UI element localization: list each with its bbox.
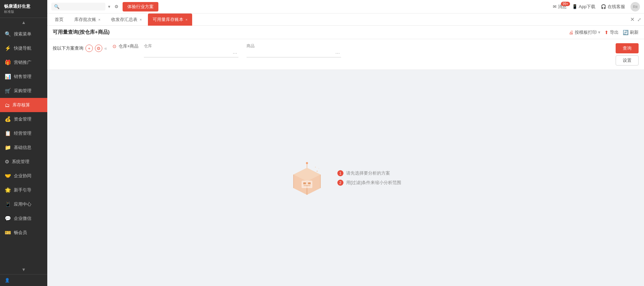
sidebar-item-label-purchase: 采购管理 [14, 88, 31, 94]
print-template-btn[interactable]: 🖨 按模板打印 ▾ [569, 29, 600, 35]
main-wrapper: 🔍 ▾ ⚙ 体验行业方案 ✉ 消息 99+ 📱 App下载 🎧 在线客服 Rit [47, 0, 644, 286]
settings-button[interactable]: 设置 [616, 55, 639, 66]
sidebar-item-basic[interactable]: 📁 基础信息 [0, 140, 47, 155]
warehouse-input-wrapper: ··· [144, 50, 238, 57]
empty-tips: 1 请先选择要分析的方案 2 用[过滤]条件来缩小分析范围 [337, 170, 401, 186]
scroll-up-button[interactable]: ▲ [0, 18, 47, 27]
tab-available-ledger-close[interactable]: × [185, 18, 187, 22]
sidebar-user-icon: 👤 [5, 278, 10, 283]
message-badge: 99+ [561, 2, 570, 6]
sidebar-item-system[interactable]: ⚙ 系统管理 [0, 155, 47, 169]
goods-dots-icon[interactable]: ··· [335, 50, 340, 56]
operations-icon: 📋 [5, 130, 11, 136]
sidebar-item-finance[interactable]: 💰 资金管理 [0, 112, 47, 126]
sidebar-logo: 畅康通好生意 标准版 [0, 0, 47, 18]
tab-inventory-summary[interactable]: 收发存汇总表 × [106, 14, 146, 26]
sales-icon: 📊 [5, 74, 11, 80]
topbar-gear-icon[interactable]: ⚙ [113, 3, 120, 10]
topbar-search-input[interactable] [61, 4, 103, 9]
sidebar-item-label-member: 畅会员 [14, 230, 27, 236]
tab-batch-ledger-label: 库存批次账 [74, 17, 96, 23]
filter-gear-icon[interactable]: ⚙ [95, 45, 102, 52]
sidebar-item-wechat[interactable]: 💬 企业微信 [0, 211, 47, 226]
query-button[interactable]: 查询 [616, 43, 639, 53]
svg-point-11 [316, 171, 318, 172]
sidebar-item-label-search: 搜索菜单 [14, 31, 31, 37]
user-avatar[interactable]: Rit [630, 2, 640, 11]
sidebar-item-sales[interactable]: 📊 销售管理 [0, 70, 47, 84]
topbar: 🔍 ▾ ⚙ 体验行业方案 ✉ 消息 99+ 📱 App下载 🎧 在线客服 Rit [47, 0, 644, 14]
close-all-tabs-button[interactable]: ✕ [630, 16, 635, 23]
home-tab-label: 首页 [55, 17, 63, 23]
tab-available-ledger[interactable]: 可用量库存账本 × [148, 14, 192, 26]
sidebar-item-label-sales: 销售管理 [14, 74, 31, 80]
tab-batch-ledger-close[interactable]: × [98, 18, 100, 22]
tip-text-1: 请先选择要分析的方案 [346, 170, 390, 176]
filter-label-text: 按以下方案查询 [53, 45, 83, 51]
warehouse-dots-icon[interactable]: ··· [233, 50, 237, 56]
app-download-btn[interactable]: 📱 App下载 [572, 4, 595, 10]
online-support-btn[interactable]: 🎧 在线客服 [601, 4, 625, 10]
empty-illustration [290, 161, 324, 195]
cooperation-icon: 🤝 [5, 173, 11, 179]
sidebar-item-label-shortcut: 快捷导航 [14, 45, 31, 51]
scheme-active-icon: ⊙ [112, 44, 117, 49]
sidebar-item-inventory[interactable]: 🗂 库存核算 [0, 98, 47, 112]
sidebar-item-purchase[interactable]: 🛒 采购管理 [0, 84, 47, 98]
newbie-icon: 🌟 [5, 187, 11, 193]
headset-icon: 🎧 [601, 4, 606, 9]
appcenter-icon: 📱 [5, 201, 11, 207]
svg-rect-7 [308, 182, 311, 184]
tab-batch-ledger[interactable]: 库存批次账 × [70, 14, 105, 26]
print-dropdown-icon[interactable]: ▾ [598, 30, 600, 35]
svg-point-10 [306, 162, 308, 164]
filter-actions: 查询 设置 [616, 43, 639, 66]
sidebar-item-label-basic: 基础信息 [14, 145, 31, 151]
basic-icon: 📁 [5, 145, 11, 151]
warehouse-input[interactable] [145, 51, 231, 56]
sidebar-item-cooperation[interactable]: 🤝 企业协同 [0, 169, 47, 183]
topbar-search-box[interactable]: 🔍 [51, 3, 105, 10]
tab-inventory-summary-close[interactable]: × [139, 18, 141, 22]
sidebar-item-label-system: 系统管理 [12, 159, 29, 165]
filter-collapse-icon[interactable]: « [104, 46, 107, 51]
sidebar-item-label-marketing: 营销推广 [14, 59, 31, 66]
sidebar-item-operations[interactable]: 📋 经营管理 [0, 126, 47, 140]
svg-point-12 [315, 167, 316, 168]
tabs-bar: 首页 库存批次账 × 收发存汇总表 × 可用量库存账本 × ✕ ⤢ [47, 14, 644, 26]
sidebar-item-label-newbie: 新手引导 [14, 187, 31, 193]
goods-input[interactable] [248, 51, 334, 56]
filter-scheme-item[interactable]: ⊙ 仓库+商品 [112, 43, 139, 49]
sidebar: 畅康通好生意 标准版 ▲ 🔍 搜索菜单 ⚡ 快捷导航 🎁 营销推广 📊 销售管理… [0, 0, 47, 286]
app-download-label: App下载 [579, 4, 595, 10]
sidebar-item-label-cooperation: 企业协同 [14, 173, 31, 179]
sidebar-item-search[interactable]: 🔍 搜索菜单 [0, 27, 47, 41]
sidebar-item-appcenter[interactable]: 📱 应用中心 [0, 197, 47, 211]
refresh-btn[interactable]: 🔄 刷新 [623, 29, 639, 35]
sidebar-item-label-finance: 资金管理 [14, 116, 31, 122]
sidebar-item-member[interactable]: 🎫 畅会员 [0, 226, 47, 240]
system-icon: ⚙ [5, 159, 9, 165]
tip-item-1: 1 请先选择要分析的方案 [337, 170, 401, 176]
sidebar-item-marketing[interactable]: 🎁 营销推广 [0, 55, 47, 70]
export-icon: ⬆ [604, 30, 609, 35]
export-label: 导出 [610, 29, 619, 35]
industry-btn[interactable]: 体验行业方案 [123, 2, 158, 11]
svg-rect-6 [303, 182, 306, 184]
sidebar-item-shortcut[interactable]: ⚡ 快捷导航 [0, 41, 47, 55]
purchase-icon: 🛒 [5, 88, 11, 94]
inventory-icon: 🗂 [5, 102, 10, 108]
sidebar-item-newbie[interactable]: 🌟 新手引导 [0, 183, 47, 197]
filter-label: 按以下方案查询 + ⚙ « [53, 43, 107, 52]
expand-button[interactable]: ⤢ [637, 17, 641, 22]
tab-available-ledger-label: 可用量库存账本 [153, 17, 183, 23]
refresh-icon: 🔄 [623, 30, 628, 35]
message-btn[interactable]: ✉ 消息 99+ [553, 4, 567, 10]
tab-home[interactable]: 首页 [50, 14, 68, 26]
sidebar-item-label-operations: 经营管理 [14, 130, 31, 136]
topbar-dropdown-icon[interactable]: ▾ [108, 4, 110, 9]
export-btn[interactable]: ⬆ 导出 [604, 29, 619, 35]
filter-add-icon[interactable]: + [85, 45, 93, 52]
scroll-down-button[interactable]: ▼ [0, 265, 47, 274]
member-icon: 🎫 [5, 230, 11, 236]
